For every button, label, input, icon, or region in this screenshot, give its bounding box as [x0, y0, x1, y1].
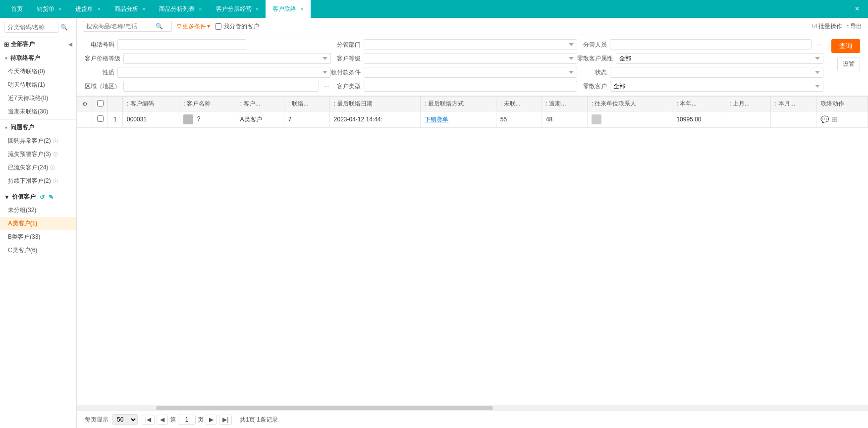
filter-phone-input[interactable] [117, 39, 246, 50]
filter-customer-grade-label: 客户等级 [331, 54, 361, 63]
sidebar-item-churn-warning[interactable]: 流失预警客户(3) ⓘ [0, 148, 76, 161]
col-overdue: : 逾期... [542, 97, 587, 111]
sidebar-pending-section[interactable]: ▼ 待联络客户 [0, 52, 76, 65]
search-input[interactable] [86, 23, 156, 30]
page-size-select[interactable]: 50 100 200 [112, 414, 138, 425]
sidebar: 🔍 ⊞ 全部客户 ◀ ▼ 待联络客户 今天待联络(0) 明天待联络(1) 近7天… [0, 18, 77, 428]
prev-page-button[interactable]: ◀ [157, 415, 168, 425]
first-page-button[interactable]: |◀ [142, 415, 155, 425]
filter-region-dots[interactable]: ··· [322, 83, 331, 90]
settings-button[interactable]: 设置 [837, 57, 860, 71]
search-icon[interactable]: 🔍 [156, 23, 163, 30]
more-conditions-button[interactable]: ▽ 更多条件 [177, 22, 210, 31]
sidebar-item-c-class[interactable]: C类客户(6) [0, 244, 76, 257]
sidebar-item-ungrouped[interactable]: 未分组(32) [0, 204, 76, 217]
sidebar-search-input[interactable] [4, 22, 58, 33]
row-checkbox[interactable] [97, 115, 104, 122]
edit-icon[interactable]: ✎ [49, 194, 54, 201]
sidebar-search-icon[interactable]: 🔍 [60, 24, 68, 31]
nav-product-analysis-list[interactable]: 商品分析列表 × [152, 0, 209, 18]
nav-customer-contact-close[interactable]: × [300, 0, 303, 18]
filter-customer-grade-wrapper [364, 53, 577, 64]
filter-scatter-attr-wrapper: 全部 [616, 53, 823, 64]
filter-row-3: 性质 收付款条件 [85, 67, 823, 78]
nav-product-analysis-list-close[interactable]: × [199, 0, 202, 18]
content-area: 🔍 ▽ 更多条件 我分管的客户 ☑ 批量操作 ↑ 导出 [77, 18, 868, 428]
col-not-contacted: : 未联... [496, 97, 542, 111]
col-last-month: : 上月... [725, 97, 771, 111]
my-customers-checkbox[interactable]: 我分管的客户 [215, 22, 259, 31]
nav-product-analysis[interactable]: 商品分析 × [108, 0, 152, 18]
filter-manager: 分管人员 ··· [577, 39, 823, 50]
filter-price-grade: 客户价格等级 [85, 53, 331, 64]
nav-purchase[interactable]: 进货单 × [68, 0, 107, 18]
filter-phone-label: 电话号码 [85, 41, 114, 49]
nav-customer-tier-close[interactable]: × [256, 0, 259, 18]
filter-scatter-select[interactable]: 全部 [610, 81, 823, 92]
cell-last-method[interactable]: 下销货单 [421, 111, 496, 128]
chat-icon[interactable]: 💬 [820, 115, 829, 123]
cell-company-contacts [587, 111, 672, 128]
sidebar-item-today[interactable]: 今天待联络(0) [0, 65, 76, 78]
filter-row-2: 客户价格等级 客户等级 [85, 53, 823, 64]
batch-ops-button[interactable]: ☑ 批量操作 [812, 22, 842, 31]
export-button[interactable]: ↑ 导出 [846, 22, 862, 31]
chevron-down-icon [207, 23, 210, 30]
sidebar-search-area: 🔍 [0, 18, 76, 37]
sidebar-item-tomorrow[interactable]: 明天待联络(1) [0, 78, 76, 92]
cell-last-month [725, 111, 771, 128]
filter-manager-input[interactable] [610, 39, 812, 50]
col-setting[interactable]: ⚙ [77, 97, 93, 111]
refresh-icon[interactable]: ↺ [40, 194, 45, 201]
nav-home[interactable]: 首页 [4, 0, 30, 18]
scrollbar-thumb[interactable] [156, 406, 493, 410]
nav-sales[interactable]: 销货单 × [30, 0, 68, 18]
select-all-checkbox[interactable] [97, 100, 104, 107]
cell-contact: 7 [284, 111, 329, 128]
sidebar-item-b-class[interactable]: B类客户(33) [0, 230, 76, 244]
filter-status-select[interactable] [610, 67, 823, 78]
filter-scatter-label: 零散客户 [577, 82, 607, 91]
filter-nature-select[interactable] [117, 67, 331, 78]
filter-dept: 分管部门 [331, 39, 577, 50]
sidebar-item-repurchase-abnormal[interactable]: 回购异常客户(2) ⓘ [0, 134, 76, 148]
sidebar-problem-section[interactable]: ▼ 问题客户 [0, 121, 76, 134]
sidebar-item-a-class[interactable]: A类客户(1) [0, 217, 76, 230]
filter-icon: ▽ [177, 23, 181, 30]
sidebar-item-declining[interactable]: 持续下滑客户(2) ⓘ [0, 174, 76, 188]
sidebar-item-churned[interactable]: 已流失客户(24) ⓘ [0, 161, 76, 174]
page-input[interactable] [178, 415, 196, 425]
triangle-icon-2: ▼ [4, 125, 8, 130]
nav-sales-close[interactable]: × [58, 0, 61, 18]
info-icon-2: ⓘ [50, 164, 55, 171]
filter-manager-label: 分管人员 [577, 41, 607, 49]
filter-customer-type-input[interactable] [364, 81, 577, 92]
sidebar-item-overdue[interactable]: 逾期未联络(30) [0, 105, 76, 118]
filter-customer-grade-select[interactable] [364, 53, 577, 64]
horizontal-scrollbar[interactable] [77, 405, 868, 411]
close-all-button[interactable]: × [850, 2, 864, 16]
nav-purchase-close[interactable]: × [97, 0, 100, 18]
qr-icon[interactable]: ⊞ [832, 115, 838, 123]
filter-manager-dots[interactable]: ··· [814, 41, 823, 48]
next-page-button[interactable]: ▶ [206, 415, 217, 425]
page-suffix: 页 [198, 416, 204, 424]
filter-scatter-attr-select[interactable]: 全部 [616, 53, 823, 64]
last-page-button[interactable]: ▶| [219, 415, 232, 425]
filter-price-grade-select[interactable] [123, 53, 331, 64]
sidebar-item-7days[interactable]: 近7天待联络(0) [0, 92, 76, 105]
filter-dept-select[interactable] [364, 39, 577, 50]
my-customers-check[interactable] [215, 23, 221, 30]
data-table: ⚙ : 客户编码 : 客户名称 : 客户... : 联络... : 最后联络日期… [77, 96, 868, 128]
check-square-icon: ☑ [812, 23, 817, 30]
sidebar-value-section[interactable]: ▼ 价值客户 ↺ ✎ [0, 190, 76, 204]
query-button[interactable]: 查询 [831, 39, 860, 53]
col-contact-action: 联络动作 [816, 97, 868, 111]
nav-product-analysis-close[interactable]: × [142, 0, 145, 18]
filter-payment-select[interactable] [364, 67, 577, 78]
nav-customer-tier[interactable]: 客户分层经营 × [209, 0, 266, 18]
filter-region-input[interactable] [123, 81, 319, 92]
sidebar-all-customers[interactable]: ⊞ 全部客户 ◀ [0, 37, 76, 52]
nav-customer-contact[interactable]: 客户联络 × [266, 0, 310, 18]
col-last-method: : 最后联络方式 [421, 97, 496, 111]
